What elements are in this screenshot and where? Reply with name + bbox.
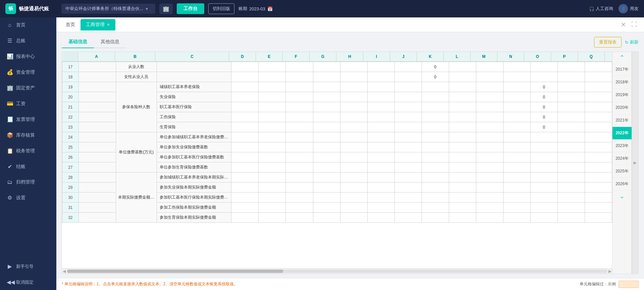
switch-version-button[interactable]: 切到旧版 — [208, 3, 234, 14]
cell-32-c[interactable]: 参加生育保险本期实际缴费金额 — [157, 213, 231, 223]
cell-29-a[interactable] — [78, 183, 116, 193]
cell-22-a[interactable] — [78, 112, 116, 122]
content-area: 首页 工商管理 ✕ ✕ ⛶ 基础信息 其他信息 — [56, 17, 644, 290]
cell-24-b[interactable]: 单位缴费基数(万元) — [116, 132, 157, 172]
scrollbar-thumb[interactable] — [67, 270, 283, 273]
cell-17-c[interactable] — [157, 62, 231, 72]
year-2020[interactable]: 2020年 — [612, 101, 632, 114]
year-2021[interactable]: 2021年 — [612, 114, 632, 127]
top-header: 畅 畅捷通易代账 中审众环会计师事务所（特殊普通合伙... ▼ 🏢 工作台 切到… — [0, 0, 644, 17]
window-maximize-button[interactable]: ⛶ — [630, 20, 639, 30]
cell-31-c[interactable]: 参加工伤保险本期实际缴费金额 — [157, 203, 231, 213]
scrollbar-track[interactable] — [67, 270, 607, 273]
horizontal-scrollbar[interactable]: ◀ ▶ — [62, 268, 612, 274]
sidebar-item-closing[interactable]: ✔ 结账 — [0, 159, 56, 174]
cell-17-a[interactable] — [78, 62, 116, 72]
year-2022[interactable]: 2022年 — [612, 127, 632, 140]
sidebar-item-archive[interactable]: 🗂 归档管理 — [0, 174, 56, 190]
cell-23-a[interactable] — [78, 122, 116, 132]
year-2017[interactable]: 2017年 — [612, 63, 632, 76]
cell-22-c[interactable]: 工伤保险 — [157, 112, 231, 122]
col-header-l: L — [444, 52, 471, 61]
year-2019[interactable]: 2019年 — [612, 89, 632, 101]
avatar: 👤 — [619, 4, 628, 13]
sidebar-item-settings[interactable]: ⚙ 设置 — [0, 190, 56, 206]
cell-24-c[interactable]: 单位参加城镇职工基本养老保险缴费基数 — [157, 132, 231, 142]
ai-consult[interactable]: 🎧 人工咨询 — [589, 6, 613, 12]
cell-30-c[interactable]: 参加职工基本医疗保险本期实际缴费金额 — [157, 193, 231, 203]
sidebar-label-report: 报表中心 — [16, 54, 35, 60]
sidebar-item-inventory[interactable]: 📦 库存核算 — [0, 127, 56, 143]
year-panel-up[interactable]: ⌃ — [612, 52, 632, 63]
tab-business[interactable]: 工商管理 ✕ — [80, 19, 115, 30]
cell-28-b[interactable]: 本期实际缴费金额(万元) — [116, 172, 157, 223]
cell-26-c[interactable]: 单位参加职工基本医疗保险缴费基数 — [157, 152, 231, 162]
reset-report-button[interactable]: 重置报表 — [594, 37, 622, 48]
col-header-g: G — [310, 52, 336, 61]
cell-20-a[interactable] — [78, 92, 116, 102]
sidebar-item-invoice[interactable]: 🧾 发票管理 — [0, 112, 56, 127]
cell-18-b[interactable]: 女性从业人员 — [116, 72, 157, 82]
row-num-27: 27 — [62, 162, 79, 172]
cell-26-a[interactable] — [78, 152, 116, 162]
tab-home[interactable]: 首页 — [62, 19, 79, 30]
sidebar-item-ledger[interactable]: ☰ 总账 — [0, 33, 56, 49]
year-2026[interactable]: 2026年 — [612, 178, 632, 191]
cell-21-a[interactable] — [78, 102, 116, 112]
cell-29-c[interactable]: 参加失业保险本期实际缴费金额 — [157, 183, 231, 193]
cell-25-a[interactable] — [78, 142, 116, 152]
window-close-button[interactable]: ✕ — [620, 20, 627, 30]
header-right: 🎧 人工咨询 👤 用友 — [589, 4, 639, 13]
refresh-button[interactable]: ↻ 刷新 — [625, 39, 639, 45]
cell-28-c[interactable]: 参加城镇职工基本养老保险本期实际缴费金额 — [157, 172, 231, 183]
year-2024[interactable]: 2024年 — [612, 152, 632, 165]
year-2018[interactable]: 2018年 — [612, 76, 632, 89]
sidebar-item-asset[interactable]: 🏢 固定资产 — [0, 80, 56, 96]
sidebar-label-archive: 归档管理 — [16, 179, 35, 185]
col-header-c: C — [155, 52, 229, 61]
cell-19-b[interactable]: 参保各险种人数 — [116, 82, 157, 132]
example-color-box — [619, 281, 639, 288]
year-2025[interactable]: 2025年 — [612, 165, 632, 178]
table-scroll[interactable]: 17 从业人数 — [62, 62, 612, 268]
right-collapse-panel[interactable]: ▶ — [632, 52, 638, 274]
sidebar-label-settings: 设置 — [16, 195, 25, 201]
cell-27-a[interactable] — [78, 162, 116, 172]
sidebar-item-home[interactable]: ⌂ 首页 — [0, 17, 56, 33]
cell-32-a[interactable] — [78, 213, 116, 223]
cell-19-a[interactable] — [78, 82, 116, 92]
sidebar-item-tax[interactable]: 📋 税务管理 — [0, 143, 56, 159]
user-area[interactable]: 👤 用友 — [619, 4, 639, 13]
headset-icon: 🎧 — [589, 6, 594, 11]
sidebar-item-guide[interactable]: ▶ 新手引导 — [0, 259, 56, 274]
cell-19-c[interactable]: 城镇职工基本养老保险 — [157, 82, 231, 92]
cell-18-c[interactable] — [157, 72, 231, 82]
sidebar-label-home: 首页 — [16, 22, 25, 28]
sidebar-item-payroll[interactable]: 💳 工资 — [0, 96, 56, 112]
cell-17-b[interactable]: 从业人数 — [116, 62, 157, 72]
cell-31-a[interactable] — [78, 203, 116, 213]
calendar-icon[interactable]: 📅 — [267, 6, 273, 11]
sidebar-item-finance[interactable]: 💰 资金管理 — [0, 64, 56, 80]
tab-close-icon[interactable]: ✕ — [107, 22, 110, 27]
sub-tab-basic[interactable]: 基础信息 — [62, 36, 94, 48]
cell-21-c[interactable]: 职工基本医疗保险 — [157, 102, 231, 112]
sidebar-item-unfix[interactable]: ◀◀ 取消固定 — [0, 274, 56, 290]
year-2023[interactable]: 2023年 — [612, 140, 632, 152]
company-icon-button[interactable]: 🏢 — [159, 4, 173, 14]
company-selector[interactable]: 中审众环会计师事务所（特殊普通合伙... ▼ — [61, 4, 155, 14]
cell-25-c[interactable]: 单位参加失业保险缴费基数 — [157, 142, 231, 152]
period-area: 账期 2023-03 📅 — [238, 6, 273, 12]
cell-20-c[interactable]: 失业保险 — [157, 92, 231, 102]
workbench-button[interactable]: 工作台 — [177, 3, 204, 14]
cell-30-a[interactable] — [78, 193, 116, 203]
cell-28-a[interactable] — [78, 172, 116, 183]
sub-tab-other[interactable]: 其他信息 — [94, 36, 126, 48]
cell-23-c[interactable]: 生育保险 — [157, 122, 231, 132]
cell-27-c[interactable]: 单位参加生育保险缴费基数 — [157, 162, 231, 172]
example-label: 单元格编辑过：示例 — [580, 281, 616, 287]
year-panel-down[interactable]: ⌄ — [612, 191, 632, 202]
cell-24-a[interactable] — [78, 132, 116, 142]
cell-18-a[interactable] — [78, 72, 116, 82]
sidebar-item-report[interactable]: 📊 报表中心 — [0, 49, 56, 64]
